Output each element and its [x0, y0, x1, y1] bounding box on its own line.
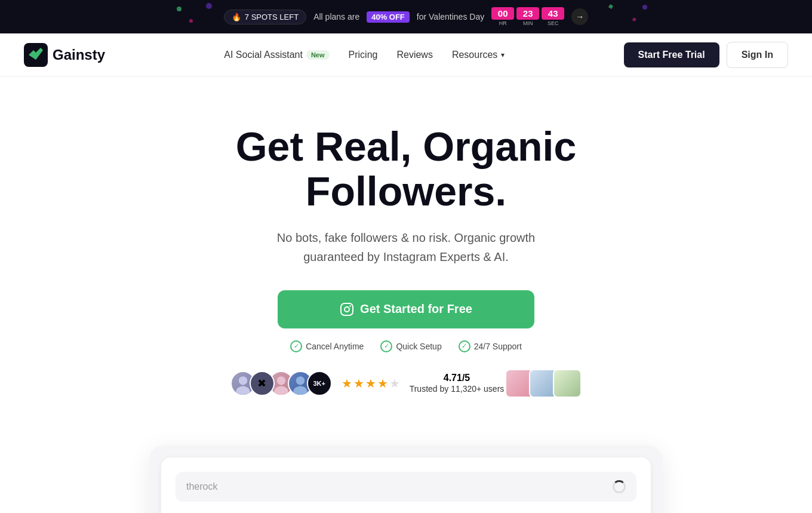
nav-links: AI Social Assistant New Pricing Reviews … — [224, 50, 505, 60]
hours-block: 00 HR — [491, 7, 514, 26]
hero-section: Get Real, Organic Followers. No bots, fa… — [137, 76, 675, 422]
star-3: ★ — [365, 376, 376, 391]
sign-in-button[interactable]: Sign In — [727, 42, 788, 68]
hours-label: HR — [499, 20, 507, 26]
hero-title: Get Real, Organic Followers. — [149, 124, 663, 214]
banner-text-before: All plans are — [313, 12, 359, 21]
proof-img-3 — [553, 369, 582, 398]
new-badge: New — [306, 50, 330, 60]
svg-point-12 — [276, 376, 285, 385]
nav-ai-social[interactable]: AI Social Assistant New — [224, 50, 329, 60]
get-started-label: Get Started for Free — [360, 302, 472, 316]
nav-resources-label: Resources — [452, 50, 497, 60]
avatar-count-badge: 3K+ — [307, 371, 332, 396]
trust-setup-label: Quick Setup — [396, 342, 441, 351]
social-proof: ✖ 3K+ ★ ★ ★ ★ ★ 4.71/5 Trusted by — [149, 369, 663, 398]
countdown: 00 HR 23 MIN 43 SEC — [491, 7, 564, 26]
hours-value: 00 — [491, 7, 514, 20]
svg-point-15 — [293, 386, 307, 395]
svg-rect-7 — [341, 303, 353, 315]
top-banner: 🔥 7 SPOTS LEFT All plans are 40% OFF for… — [0, 0, 812, 33]
svg-point-0 — [177, 7, 182, 11]
avatar-stack: ✖ 3K+ — [230, 371, 332, 396]
dashboard-preview: therock 790 Posts 1,546,421 Followers — [149, 446, 663, 513]
svg-point-10 — [238, 376, 247, 385]
minutes-value: 23 — [516, 7, 539, 20]
svg-point-2 — [206, 3, 212, 9]
svg-rect-3 — [608, 4, 613, 9]
logo-text: Gainsty — [53, 47, 105, 63]
trust-cancel-label: Cancel Anytime — [306, 342, 364, 351]
fire-emoji: 🔥 — [232, 13, 241, 21]
svg-point-8 — [345, 307, 349, 312]
rating-info: 4.71/5 Trusted by 11,320+ users — [410, 373, 505, 394]
spots-badge: 🔥 7 SPOTS LEFT — [224, 10, 306, 24]
logo-link[interactable]: Gainsty — [24, 43, 105, 67]
trust-support-label: 24/7 Support — [474, 342, 522, 351]
banner-arrow-button[interactable]: → — [571, 8, 588, 25]
trust-cancel: ✓ Cancel Anytime — [290, 340, 364, 352]
search-placeholder: therock — [186, 481, 613, 492]
instagram-icon — [340, 302, 354, 317]
minutes-label: MIN — [523, 20, 533, 26]
avatar-2: ✖ — [250, 371, 275, 396]
dashboard-inner: therock 790 Posts 1,546,421 Followers — [161, 457, 651, 513]
nav-resources[interactable]: Resources ▾ — [452, 50, 505, 60]
trust-support: ✓ 24/7 Support — [459, 340, 522, 352]
hero-title-line1: Get Real, Organic — [236, 124, 577, 169]
discount-badge: 40% OFF — [367, 11, 410, 23]
star-4: ★ — [377, 376, 388, 391]
logo-icon — [24, 43, 48, 67]
svg-point-1 — [189, 19, 193, 23]
svg-point-9 — [349, 305, 350, 306]
avatar-count-text: 3K+ — [313, 380, 325, 387]
hero-subtitle: No bots, fake followers & no risk. Organ… — [149, 228, 663, 266]
hero-title-line2: Followers. — [306, 168, 506, 214]
svg-point-13 — [274, 386, 288, 395]
seconds-label: SEC — [548, 20, 559, 26]
svg-point-11 — [236, 386, 250, 395]
nav-reviews[interactable]: Reviews — [396, 50, 432, 60]
nav-actions: Start Free Trial Sign In — [624, 42, 788, 68]
star-rating: ★ ★ ★ ★ ★ — [342, 376, 400, 391]
rating-value: 4.71/5 — [444, 373, 470, 383]
nav-pricing-label: Pricing — [349, 50, 378, 60]
loading-spinner — [613, 480, 626, 493]
spots-text: 7 SPOTS LEFT — [245, 13, 299, 21]
trust-badges: ✓ Cancel Anytime ✓ Quick Setup ✓ 24/7 Su… — [149, 340, 663, 352]
svg-point-14 — [296, 376, 304, 385]
proof-thumbnails — [510, 369, 582, 398]
check-icon-cancel: ✓ — [290, 340, 302, 352]
minutes-block: 23 MIN — [516, 7, 539, 26]
check-icon-setup: ✓ — [380, 340, 392, 352]
svg-point-5 — [642, 5, 647, 10]
chevron-down-icon: ▾ — [501, 51, 505, 59]
nav-reviews-label: Reviews — [396, 50, 432, 60]
nav-ai-social-label: AI Social Assistant — [224, 50, 303, 60]
trust-setup: ✓ Quick Setup — [380, 340, 441, 352]
seconds-value: 43 — [542, 7, 564, 20]
trusted-text: Trusted by 11,320+ users — [410, 384, 505, 394]
get-started-button[interactable]: Get Started for Free — [278, 290, 534, 328]
svg-rect-4 — [632, 17, 636, 21]
start-free-trial-button[interactable]: Start Free Trial — [624, 42, 719, 67]
navbar: Gainsty AI Social Assistant New Pricing … — [0, 33, 812, 76]
star-2: ★ — [353, 376, 364, 391]
seconds-block: 43 SEC — [542, 7, 564, 26]
star-5: ★ — [389, 376, 400, 391]
star-1: ★ — [342, 376, 352, 391]
banner-text-after: for Valentines Day — [417, 12, 484, 21]
search-bar[interactable]: therock — [176, 472, 636, 502]
nav-pricing[interactable]: Pricing — [349, 50, 378, 60]
check-icon-support: ✓ — [459, 340, 470, 352]
